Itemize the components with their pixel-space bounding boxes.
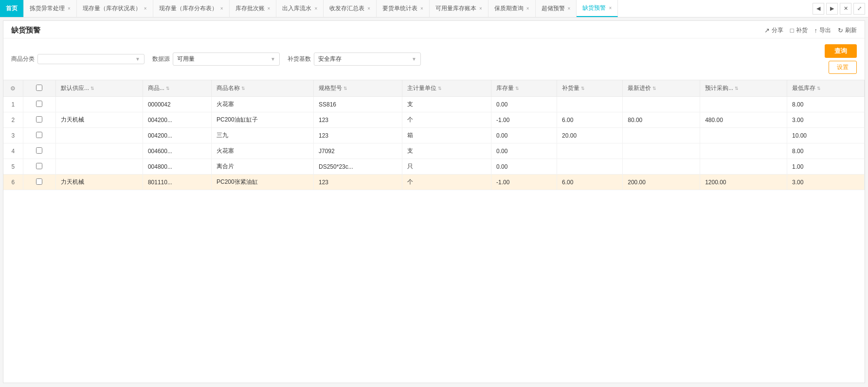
tab-shortage[interactable]: 缺货预警 × (577, 0, 618, 17)
sort-unit-icon[interactable]: ⇅ (438, 86, 442, 91)
row-unit: 只 (402, 159, 491, 175)
sort-replenish-icon[interactable]: ⇅ (581, 86, 585, 91)
row-checkbox-cell[interactable] (23, 112, 56, 128)
row-checkbox-cell[interactable] (23, 175, 56, 190)
row-product-code: 004200... (143, 112, 211, 128)
col-gear[interactable]: ⚙ (3, 80, 23, 97)
row-unit: 个 (402, 175, 491, 190)
tab-prev-btn[interactable]: ◀ (813, 3, 824, 15)
tab-close-all-btn[interactable]: ✕ (840, 3, 851, 15)
row-unit: 支 (402, 143, 491, 159)
datasource-select[interactable]: 可用量 ▼ (173, 53, 280, 66)
tab-order-stat[interactable]: 要货单统计表 × (377, 0, 430, 17)
row-num: 3 (3, 128, 23, 143)
table-header-row: ⚙ 默认供应... ⇅ 商品... ⇅ (3, 80, 865, 97)
table-row: 3 004200... 三九 123 箱 0.00 20.00 10.00 (3, 128, 865, 143)
row-checkbox[interactable] (36, 163, 42, 169)
row-checkbox-cell[interactable] (23, 128, 56, 143)
col-spec: 规格型号 ⇅ (314, 80, 402, 97)
row-stock: -1.00 (491, 175, 557, 190)
row-min-stock: 10.00 (787, 128, 864, 143)
tab-close-shortage[interactable]: × (609, 5, 612, 11)
tab-available-ledger[interactable]: 可用量库存账本 × (430, 0, 488, 17)
tab-batch-account[interactable]: 库存批次账 × (230, 0, 277, 17)
tab-close-inventory-dist[interactable]: × (220, 6, 223, 11)
row-product-name: 火花塞 (212, 143, 314, 159)
tab-expand-btn[interactable]: ⤢ (853, 3, 865, 15)
row-checkbox[interactable] (36, 116, 42, 123)
row-est-purchase (700, 143, 787, 159)
row-checkbox[interactable] (36, 101, 42, 107)
replenish-base-label: 补货基数 (288, 55, 311, 63)
query-button[interactable]: 查询 (825, 44, 857, 58)
row-checkbox[interactable] (36, 147, 42, 154)
replenish-btn[interactable]: □ 补货 (790, 26, 808, 35)
tab-overstock[interactable]: 超储预警 × (536, 0, 577, 17)
col-replenish-qty: 补货量 ⇅ (557, 80, 623, 97)
tab-home[interactable]: 首页 (0, 0, 24, 17)
row-checkbox-cell[interactable] (23, 97, 56, 112)
gear-settings-icon[interactable]: ⚙ (8, 85, 18, 92)
refresh-btn[interactable]: ↻ 刷新 (838, 26, 857, 35)
replenish-base-select[interactable]: 安全库存 ▼ (314, 53, 421, 66)
replenish-base-chevron-icon: ▼ (412, 56, 416, 62)
row-latest-price (623, 128, 700, 143)
tab-expiry-query[interactable]: 保质期查询 × (488, 0, 536, 17)
sort-min-icon[interactable]: ⇅ (817, 86, 821, 91)
row-checkbox-cell[interactable] (23, 159, 56, 175)
row-product-name: 离合片 (212, 159, 314, 175)
sort-name-icon[interactable]: ⇅ (241, 86, 245, 91)
tab-close-inventory-status[interactable]: × (144, 6, 147, 11)
row-product-name: 火花塞 (212, 97, 314, 112)
tab-close-recv-summary[interactable]: × (367, 6, 370, 11)
tab-inout-flow[interactable]: 出入库流水 × (276, 0, 324, 17)
share-btn[interactable]: ↗ 分享 (764, 26, 783, 35)
select-all-checkbox[interactable] (36, 85, 42, 91)
row-replenish-qty: 6.00 (557, 175, 623, 190)
category-select[interactable]: ▼ (37, 54, 145, 64)
row-checkbox[interactable] (36, 132, 42, 138)
datasource-value: 可用量 (177, 55, 195, 63)
sort-spec-icon[interactable]: ⇅ (344, 86, 347, 91)
sort-est-icon[interactable]: ⇅ (735, 86, 739, 91)
row-checkbox[interactable] (36, 178, 42, 185)
tab-close-order-stat[interactable]: × (420, 6, 423, 11)
table-row: 2 力天机械 004200... PC200油缸缸子 123 个 -1.00 6… (3, 112, 865, 128)
category-label: 商品分类 (11, 55, 35, 63)
row-spec: 123 (314, 128, 402, 143)
row-latest-price (623, 97, 700, 112)
sort-code-icon[interactable]: ⇅ (166, 86, 170, 91)
row-default-supplier (56, 159, 143, 175)
export-icon: ↑ (814, 27, 818, 34)
table-body: 1 0000042 火花塞 SS816 支 0.00 8.00 2 力天机械 0… (3, 97, 865, 190)
tab-close-abnormal[interactable]: × (68, 6, 71, 11)
tab-close-batch-account[interactable]: × (268, 6, 271, 11)
tab-abnormal[interactable]: 拣货异常处理 × (24, 0, 77, 17)
row-checkbox-cell[interactable] (23, 143, 56, 159)
tab-close-overstock[interactable]: × (568, 6, 571, 11)
col-checkbox-all[interactable] (23, 80, 56, 97)
row-latest-price: 80.00 (623, 112, 700, 128)
sort-supplier-icon[interactable]: ⇅ (90, 86, 94, 91)
row-replenish-qty: 20.00 (557, 128, 623, 143)
row-min-stock: 3.00 (787, 175, 864, 190)
sort-price-icon[interactable]: ⇅ (652, 86, 656, 91)
row-est-purchase (700, 97, 787, 112)
export-btn[interactable]: ↑ 导出 (814, 26, 832, 35)
row-product-code: 0000042 (143, 97, 211, 112)
tab-close-expiry-query[interactable]: × (526, 6, 529, 11)
tab-close-available-ledger[interactable]: × (479, 6, 482, 11)
tab-next-btn[interactable]: ▶ (826, 3, 838, 15)
row-product-code: 004200... (143, 128, 211, 143)
row-spec: J7092 (314, 143, 402, 159)
filter-group-datasource: 数据源 可用量 ▼ (152, 53, 280, 66)
tab-inventory-dist[interactable]: 现存量（库存分布表） × (153, 0, 230, 17)
tab-nav-btns: ◀ ▶ ✕ ⤢ (810, 3, 868, 15)
page-container: 缺货预警 ↗ 分享 □ 补货 ↑ 导出 ↻ 刷新 商品分类 (3, 20, 865, 383)
settings-button[interactable]: 设置 (829, 61, 857, 74)
sort-stock-icon[interactable]: ⇅ (515, 86, 519, 91)
tab-inventory-status[interactable]: 现存量（库存状况表） × (77, 0, 153, 17)
tab-recv-summary[interactable]: 收发存汇总表 × (324, 0, 377, 17)
tab-close-inout-flow[interactable]: × (314, 6, 317, 11)
row-spec: 123 (314, 112, 402, 128)
